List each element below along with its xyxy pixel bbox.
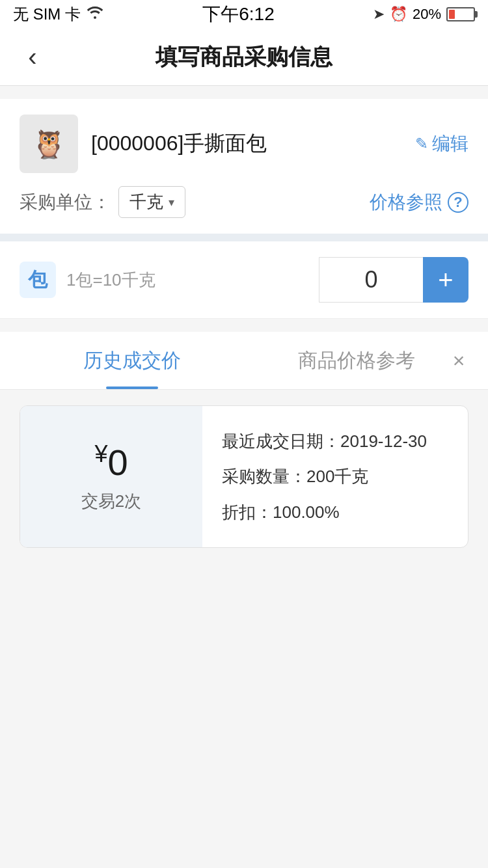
product-name: [0000006]手撕面包 [91, 129, 267, 158]
purchase-qty-item: 采购数量：200千克 [222, 465, 448, 488]
quantity-conversion-text: 1包=10千克 [66, 269, 156, 292]
status-time: 下午6:12 [202, 2, 275, 27]
quantity-unit-badge: 包 [20, 262, 56, 298]
edit-button[interactable]: ✎ 编辑 [415, 131, 468, 156]
trade-count-text: 交易2次 [81, 490, 141, 513]
back-arrow-icon: ‹ [28, 42, 36, 72]
section-divider [0, 234, 488, 241]
product-info: 🦉 [0000006]手撕面包 [20, 115, 267, 173]
help-icon: ? [448, 192, 468, 213]
wifi-icon [86, 5, 104, 23]
purchase-qty-value: 200千克 [306, 467, 368, 486]
tab-price-ref-label: 商品价格参考 [298, 347, 415, 374]
price-number: 0 [107, 442, 128, 483]
unit-left: 采购单位： 千克 ▾ [20, 186, 185, 218]
product-header: 🦉 [0000006]手撕面包 ✎ 编辑 [20, 115, 468, 173]
unit-value: 千克 [129, 191, 163, 213]
edit-icon: ✎ [415, 135, 428, 153]
tab-close-button[interactable]: × [442, 344, 475, 377]
product-card: 🦉 [0000006]手撕面包 ✎ 编辑 采购单位： 千克 ▾ 价格参照 ? [0, 99, 488, 234]
carrier-text: 无 SIM 卡 [13, 4, 81, 25]
battery-percent: 20% [413, 6, 441, 23]
product-logo-icon: 🦉 [32, 128, 66, 160]
product-unit-row: 采购单位： 千克 ▾ 价格参照 ? [20, 186, 468, 218]
quantity-input-group: + [319, 257, 468, 303]
unit-dropdown[interactable]: 千克 ▾ [118, 186, 185, 218]
status-bar: 无 SIM 卡 下午6:12 ➤ ⏰ 20% [0, 0, 488, 29]
purchase-qty-label: 采购数量： [222, 467, 306, 486]
unit-label: 采购单位： [20, 190, 111, 215]
dropdown-arrow-icon: ▾ [169, 195, 174, 210]
status-right: ➤ ⏰ 20% [373, 6, 475, 23]
tab-price-reference[interactable]: 商品价格参考 [244, 332, 468, 389]
tab-bar: 历史成交价 商品价格参考 × [0, 332, 488, 390]
discount-item: 折扣：100.00% [222, 500, 448, 524]
discount-label: 折扣： [222, 502, 273, 522]
recent-date-label: 最近成交日期： [222, 431, 340, 451]
page-title: 填写商品采购信息 [156, 42, 332, 72]
location-icon: ➤ [373, 6, 385, 23]
quantity-left: 包 1包=10千克 [20, 262, 156, 298]
history-section: ¥0 交易2次 最近成交日期：2019-12-30 采购数量：200千克 折扣：… [0, 390, 488, 563]
product-thumbnail: 🦉 [20, 115, 78, 173]
recent-date-value: 2019-12-30 [340, 431, 427, 451]
history-price-value: ¥0 [94, 441, 128, 483]
plus-icon: + [438, 265, 453, 295]
quantity-increment-button[interactable]: + [423, 257, 468, 303]
main-content: ¥0 交易2次 最近成交日期：2019-12-30 采购数量：200千克 折扣：… [0, 390, 488, 868]
tab-active-indicator [106, 387, 158, 389]
alarm-icon: ⏰ [390, 6, 407, 23]
close-icon: × [453, 349, 465, 373]
battery-icon [446, 7, 475, 21]
discount-value: 100.00% [273, 502, 340, 522]
status-left: 无 SIM 卡 [13, 4, 104, 25]
history-price-panel: ¥0 交易2次 [20, 406, 202, 547]
help-label: ? [454, 194, 462, 211]
quantity-input[interactable] [319, 257, 423, 303]
quantity-unit-text: 包 [28, 267, 47, 293]
recent-date-item: 最近成交日期：2019-12-30 [222, 429, 448, 453]
nav-bar: ‹ 填写商品采购信息 [0, 29, 488, 86]
history-card: ¥0 交易2次 最近成交日期：2019-12-30 采购数量：200千克 折扣：… [20, 405, 468, 548]
currency-symbol: ¥ [94, 441, 107, 467]
edit-label: 编辑 [432, 131, 468, 156]
tab-history-price[interactable]: 历史成交价 [20, 332, 244, 389]
price-ref-label: 价格参照 [370, 190, 442, 215]
history-details-panel: 最近成交日期：2019-12-30 采购数量：200千克 折扣：100.00% [202, 406, 468, 547]
tab-history-label: 历史成交价 [83, 347, 181, 374]
back-button[interactable]: ‹ [13, 38, 52, 77]
price-reference-button[interactable]: 价格参照 ? [370, 190, 468, 215]
quantity-row: 包 1包=10千克 + [0, 241, 488, 319]
